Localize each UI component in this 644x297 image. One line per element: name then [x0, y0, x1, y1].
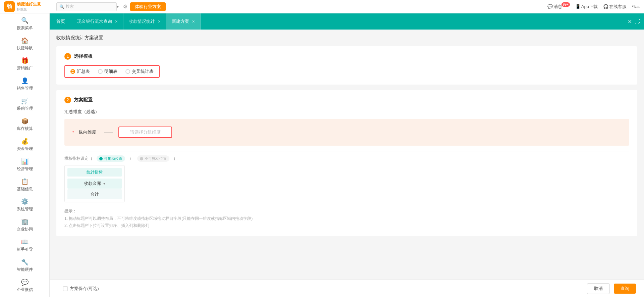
required-mark: *: [72, 130, 74, 135]
radio-circle-cross: [125, 69, 130, 74]
home-icon: 🏠: [21, 37, 29, 44]
sidebar-item-purchase[interactable]: 🛒 采购管理: [0, 94, 49, 114]
sidebar-label-hardware: 智能硬件: [17, 267, 33, 273]
sidebar-item-hardware[interactable]: 🔧 智能硬件: [0, 255, 49, 275]
download-link[interactable]: 📱 App下载: [575, 4, 598, 10]
sidebar-item-inventory[interactable]: 📦 库存核算: [0, 114, 49, 134]
download-icon: 📱: [575, 4, 581, 9]
dimension-row: * 纵向维度 —— 请选择分组维度: [72, 127, 172, 138]
metrics-area-title: 统计指标: [67, 168, 122, 177]
tab-close-icon[interactable]: ✕: [628, 18, 632, 25]
tips-section: 提示： 1. 拖动标题栏可以调整布局，不可跨维度或指标区域拖动栏目字段(只能在同…: [64, 208, 629, 230]
summary-dim-title: 汇总维度（必选）: [64, 109, 629, 115]
search-area: 🔍 搜索 ▾: [56, 2, 120, 11]
sidebar-label-sales: 销售管理: [17, 86, 33, 91]
page-title: 收款情况统计方案设置: [56, 35, 637, 41]
template-select-box: 汇总表 明细表 交叉统计表: [64, 65, 160, 78]
tab-new-plan[interactable]: 新建方案 ✕: [166, 13, 201, 30]
operations-icon: 📊: [21, 158, 29, 165]
vertical-dim-label: 纵向维度: [79, 129, 96, 135]
sales-icon: 👤: [21, 77, 29, 85]
tab-new-plan-close[interactable]: ✕: [192, 19, 195, 24]
sidebar-item-guide[interactable]: 📖 新手引导: [0, 235, 49, 255]
step2-title: 方案配置: [74, 97, 93, 103]
inventory-icon: 📦: [21, 117, 29, 125]
sidebar-label-system: 系统管理: [17, 206, 33, 212]
tab-expand-icon[interactable]: ⛶: [635, 18, 640, 24]
gift-icon: 🎁: [21, 57, 29, 64]
main-content: 收款情况统计方案设置 1 选择模板: [50, 30, 644, 280]
sidebar-item-search[interactable]: 🔍 搜索菜单: [0, 13, 49, 34]
tab-home[interactable]: 首页: [50, 13, 72, 30]
dimension-area: * 纵向维度 —— 请选择分组维度: [64, 119, 629, 146]
sidebar-item-operations[interactable]: 📊 经营管理: [0, 154, 49, 175]
sidebar-label-inventory: 库存核算: [17, 126, 33, 132]
sidebar-label-purchase: 采购管理: [17, 106, 33, 111]
draggable-movable-tag: 可拖动位置: [97, 155, 125, 162]
metric-dropdown-icon[interactable]: ▾: [103, 182, 105, 186]
tab-cashflow-close[interactable]: ✕: [115, 19, 118, 24]
message-icon-area[interactable]: 💬 消息 99+: [547, 4, 570, 10]
tab-bar-right: ✕ ⛶: [624, 13, 644, 30]
search-dropdown[interactable]: ▾: [117, 4, 119, 9]
cancel-button[interactable]: 取消: [587, 283, 610, 294]
tab-cashflow[interactable]: 现金银行流水查询 ✕: [72, 13, 123, 30]
wechat-icon: 💬: [21, 279, 29, 286]
step1-card: 1 选择模板 汇总表: [56, 46, 637, 85]
service-icon: 🎧: [603, 4, 608, 9]
tab-receipt-stat-close[interactable]: ✕: [158, 19, 161, 24]
sidebar-label-marketing: 营销推广: [17, 65, 33, 71]
arrow-right-icon: ——: [104, 130, 113, 135]
metric-item-amount[interactable]: 收款金额 ▾: [67, 179, 122, 189]
top-bar: 畅 畅捷通好生意 标准版 🔍 搜索 ▾ ⚙ 体验行业方案 💬 消息 99+ 📱: [0, 0, 644, 13]
metric-item-total: 合计: [67, 189, 122, 199]
radio-cross[interactable]: 交叉统计表: [125, 68, 154, 75]
tab-receipt-stat[interactable]: 收款情况统计 ✕: [123, 13, 166, 30]
sidebar-item-wechat[interactable]: 💬 企业微信: [0, 275, 49, 295]
radio-summary[interactable]: 汇总表: [70, 68, 90, 75]
bottom-bar: 方案保存(可选) 取消 查询: [50, 280, 644, 297]
sidebar-item-system[interactable]: ⚙️ 系统管理: [0, 195, 49, 215]
draggable-fixed-tag: 不可拖动位置: [137, 155, 169, 162]
logo-icon: 畅: [4, 1, 15, 12]
dimension-select-box[interactable]: 请选择分组维度: [118, 127, 172, 138]
logo-text: 畅捷通好生意 标准版: [17, 1, 41, 12]
enterprise-icon: 🏢: [21, 218, 29, 226]
gear-icon[interactable]: ⚙: [123, 3, 127, 10]
radio-circle-detail: [98, 69, 103, 74]
user-info[interactable]: 张三: [632, 4, 640, 9]
industry-btn[interactable]: 体验行业方案: [130, 2, 166, 11]
sidebar-item-quick-nav[interactable]: 🏠 快捷导航: [0, 34, 49, 54]
sidebar-item-enterprise[interactable]: 🏢 企业协同: [0, 215, 49, 235]
save-option: 方案保存(可选): [63, 286, 99, 292]
save-checkbox[interactable]: [63, 286, 68, 291]
sidebar-label-operations: 经营管理: [17, 166, 33, 172]
radio-circle-summary: [70, 69, 75, 74]
sidebar-item-member[interactable]: 👑 畅会员: [0, 295, 49, 297]
sidebar-label-quick-nav: 快捷导航: [17, 45, 33, 51]
purchase-icon: 🛒: [21, 97, 29, 105]
system-icon: ⚙️: [21, 198, 29, 205]
tip-item-2: 2. 点击标题栏下拉可设置排序、插入列和删除列: [64, 222, 629, 230]
query-button[interactable]: 查询: [614, 284, 636, 294]
sidebar-item-basic-info[interactable]: 📋 基础信息: [0, 175, 49, 195]
radio-detail[interactable]: 明细表: [98, 68, 117, 75]
message-icon: 💬: [547, 4, 553, 9]
divider: [64, 151, 629, 151]
step2-card: 2 方案配置 汇总维度（必选） * 纵向维度 ——: [56, 90, 637, 236]
sidebar-item-sales[interactable]: 👤 销售管理: [0, 74, 49, 94]
guide-icon: 📖: [21, 238, 29, 246]
basic-info-icon: 📋: [21, 178, 29, 185]
metrics-config-header: 模板指标设定（ 可拖动位置 ） 不可拖动位置 ）: [64, 155, 629, 162]
service-link[interactable]: 🎧 在线客服: [603, 4, 627, 10]
sidebar-item-marketing[interactable]: 🎁 营销推广: [0, 54, 49, 74]
sidebar-label-enterprise: 企业协同: [17, 227, 33, 232]
sidebar-label-wechat: 企业微信: [17, 287, 33, 293]
sidebar-label-search: 搜索菜单: [17, 25, 33, 31]
tip-item-1: 1. 拖动标题栏可以调整布局，不可跨维度或指标区域拖动栏目字段(只能在同一维度或…: [64, 215, 629, 222]
step1-circle: 1: [64, 53, 71, 60]
sidebar-label-basic-info: 基础信息: [17, 186, 33, 192]
sidebar-item-finance[interactable]: 💰 资金管理: [0, 134, 49, 154]
search-display: 🔍 搜索: [56, 2, 117, 11]
hardware-icon: 🔧: [21, 258, 29, 266]
